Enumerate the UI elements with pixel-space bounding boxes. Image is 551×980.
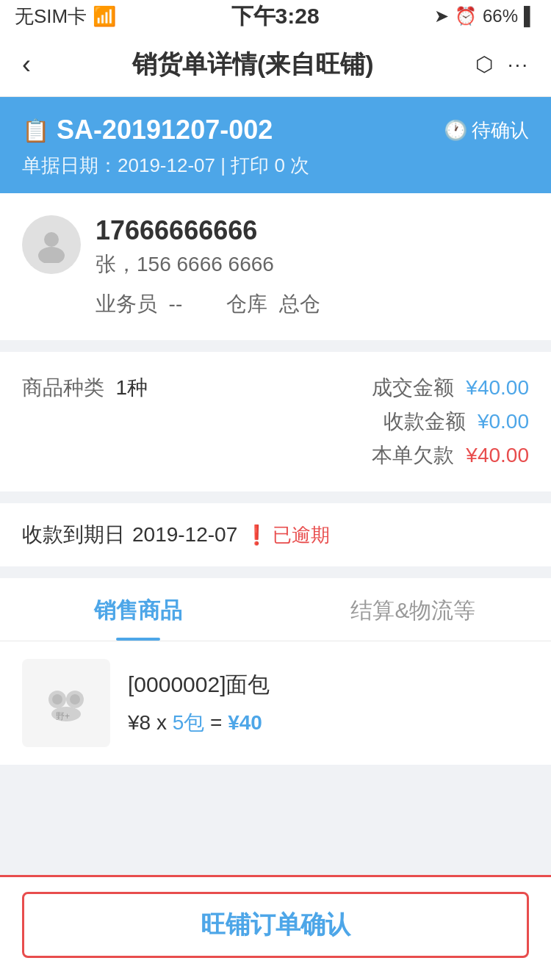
warning-icon: ❗ xyxy=(245,524,268,547)
svg-point-0 xyxy=(44,232,59,247)
confirm-order-button[interactable]: 旺铺订单确认 xyxy=(22,892,529,958)
customer-card: 17666666666 张，156 6666 6666 业务员 -- 仓库 总仓 xyxy=(0,193,551,340)
order-id: 📋 SA-20191207-002 xyxy=(22,115,273,145)
avatar xyxy=(22,215,81,274)
status-time: 下午3:28 xyxy=(231,1,320,32)
tab-sales-products[interactable]: 销售商品 xyxy=(0,578,276,641)
order-status-badge: 🕐 待确认 xyxy=(444,118,529,143)
clock-icon: 🕐 xyxy=(444,119,467,142)
order-date: 单据日期：2019-12-07 | 打印 0 次 xyxy=(22,153,529,179)
svg-text:野+: 野+ xyxy=(56,711,70,721)
overdue-badge: ❗ 已逾期 xyxy=(245,522,330,548)
customer-meta: 业务员 -- 仓库 总仓 xyxy=(96,290,529,318)
order-icon: 📋 xyxy=(22,118,49,143)
due-date-value: 2019-12-07 xyxy=(132,523,237,547)
nav-bar: ‹ 销货单详情(来自旺铺) ⬡ ··· xyxy=(0,32,551,97)
alarm-icon: ⏰ xyxy=(455,6,477,26)
transaction-amount: 成交金额 ¥40.00 xyxy=(372,374,529,402)
tabs: 销售商品 结算&物流等 xyxy=(0,578,551,641)
location-icon: ➤ xyxy=(434,6,449,26)
payment-amount: 收款金额 ¥0.00 xyxy=(383,408,529,436)
customer-phone: 17666666666 xyxy=(96,215,529,246)
summary-card: 商品种类 1种 成交金额 ¥40.00 收款金额 ¥0.00 本单欠款 ¥40.… xyxy=(0,352,551,491)
status-left: 无SIM卡 📶 xyxy=(15,4,116,29)
nav-left: ‹ xyxy=(22,49,31,80)
amount-fields: 成交金额 ¥40.00 收款金额 ¥0.00 本单欠款 ¥40.00 xyxy=(372,374,529,469)
price-formula: ¥8 x 5包 = ¥40 xyxy=(128,711,262,734)
product-price: ¥8 x 5包 = ¥40 xyxy=(128,709,529,737)
salesperson-field: 业务员 -- xyxy=(96,290,182,318)
wifi-icon: 📶 xyxy=(93,5,116,28)
product-item: 野+ [0000002]面包 ¥8 x 5包 = ¥40 xyxy=(0,641,551,765)
no-sim-text: 无SIM卡 xyxy=(15,4,87,29)
bottom-bar: 旺铺订单确认 xyxy=(0,875,551,980)
product-details: [0000002]面包 ¥8 x 5包 = ¥40 xyxy=(128,670,529,737)
customer-info: 17666666666 张，156 6666 6666 业务员 -- 仓库 总仓 xyxy=(96,215,529,318)
product-image: 野+ xyxy=(22,659,110,747)
page-title: 销货单详情(来自旺铺) xyxy=(132,48,374,82)
status-bar: 无SIM卡 📶 下午3:28 ➤ ⏰ 66% ▌ xyxy=(0,0,551,32)
product-types-field: 商品种类 1种 xyxy=(22,374,148,402)
due-date-section: 收款到期日 2019-12-07 ❗ 已逾期 xyxy=(0,503,551,566)
svg-point-5 xyxy=(70,694,80,705)
battery-text: 66% xyxy=(483,6,518,26)
nav-right: ⬡ ··· xyxy=(475,52,529,76)
order-header-card: 📋 SA-20191207-002 🕐 待确认 单据日期：2019-12-07 … xyxy=(0,97,551,193)
warehouse-field: 仓库 总仓 xyxy=(226,290,320,318)
balance-amount: 本单欠款 ¥40.00 xyxy=(372,442,529,469)
due-date-label: 收款到期日 xyxy=(22,521,125,549)
tab-settlement-logistics[interactable]: 结算&物流等 xyxy=(276,578,551,641)
more-button[interactable]: ··· xyxy=(508,53,529,76)
svg-point-4 xyxy=(52,694,62,705)
product-name: [0000002]面包 xyxy=(128,670,529,700)
battery-icon: ▌ xyxy=(524,6,536,26)
share-button[interactable]: ⬡ xyxy=(475,52,493,76)
status-right: ➤ ⏰ 66% ▌ xyxy=(434,6,536,26)
svg-point-1 xyxy=(38,247,65,263)
back-button[interactable]: ‹ xyxy=(22,49,31,80)
customer-name: 张，156 6666 6666 xyxy=(96,251,529,278)
